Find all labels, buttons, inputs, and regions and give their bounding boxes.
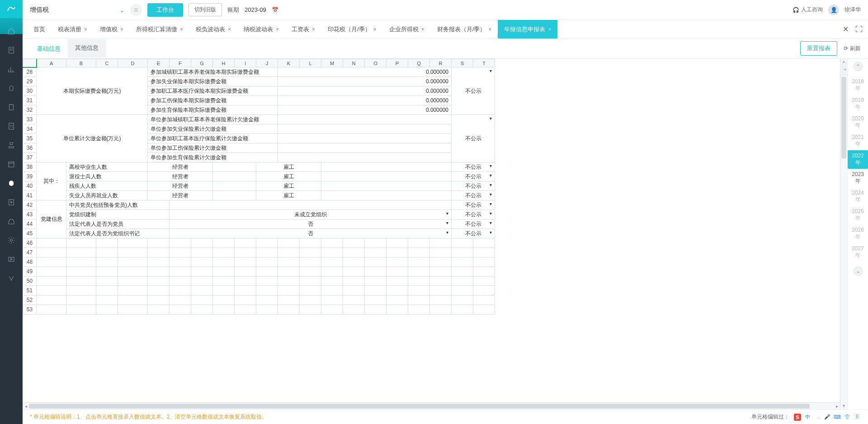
cell[interactable]: [191, 295, 213, 305]
cell[interactable]: 党建信息: [37, 200, 66, 238]
cell[interactable]: [37, 238, 66, 248]
cell[interactable]: [118, 257, 148, 267]
year-item-2027年[interactable]: 2027年: [848, 243, 868, 262]
row-header-41[interactable]: 41: [23, 191, 37, 200]
cell[interactable]: [235, 286, 256, 295]
cell[interactable]: [96, 295, 118, 305]
tab-close-icon[interactable]: ×: [180, 26, 183, 33]
cell[interactable]: [66, 286, 96, 295]
close-tabs-icon[interactable]: ✕: [839, 23, 852, 36]
cell[interactable]: [278, 305, 300, 314]
cell[interactable]: [321, 172, 452, 181]
cell[interactable]: [408, 238, 430, 248]
cell[interactable]: [118, 276, 148, 286]
cell[interactable]: [66, 238, 96, 248]
col-header-S[interactable]: S: [452, 59, 473, 67]
cell[interactable]: [278, 115, 452, 124]
cell[interactable]: [387, 295, 408, 305]
hscroll-thumb[interactable]: [29, 404, 810, 409]
tab-close-icon[interactable]: ×: [276, 26, 279, 33]
cell[interactable]: [321, 191, 452, 200]
row-header-52[interactable]: 52: [23, 295, 37, 305]
nav-export-icon[interactable]: [6, 197, 16, 207]
tab-close-icon[interactable]: ×: [312, 26, 315, 33]
col-header-N[interactable]: N: [343, 59, 365, 67]
cell[interactable]: [213, 162, 256, 172]
tab-close-icon[interactable]: ×: [548, 26, 551, 33]
cell[interactable]: [365, 295, 387, 305]
year-item-2025年[interactable]: 2025年: [848, 206, 868, 224]
row-header-30[interactable]: 30: [23, 86, 37, 96]
cell[interactable]: [278, 134, 452, 143]
year-down-button[interactable]: ⌄: [853, 266, 863, 276]
cell[interactable]: [118, 267, 148, 276]
col-header-C[interactable]: C: [96, 59, 118, 67]
cell[interactable]: [452, 295, 473, 305]
cell[interactable]: 雇工: [256, 172, 321, 181]
workbench-button[interactable]: 工作台: [147, 3, 183, 17]
cell[interactable]: [452, 257, 473, 267]
cell[interactable]: [365, 276, 387, 286]
cell[interactable]: 党组织建制: [66, 210, 170, 219]
cell[interactable]: [37, 257, 66, 267]
cell[interactable]: [321, 267, 343, 276]
cell[interactable]: 不公示: [452, 115, 495, 162]
cell[interactable]: [473, 295, 495, 305]
cell[interactable]: 雇工: [256, 162, 321, 172]
cell[interactable]: [213, 286, 235, 295]
cell[interactable]: [170, 248, 191, 257]
cell[interactable]: [430, 286, 452, 295]
cell[interactable]: [191, 276, 213, 286]
col-header-F[interactable]: F: [170, 59, 191, 67]
cell[interactable]: [235, 238, 256, 248]
cell[interactable]: [170, 276, 191, 286]
cell[interactable]: 不公示: [452, 67, 495, 115]
row-header-48[interactable]: 48: [23, 257, 37, 267]
cell[interactable]: [170, 200, 452, 210]
vertical-scrollbar[interactable]: ▴ ▾: [840, 59, 847, 410]
cell[interactable]: 单位参加生育保险累计欠缴金额: [148, 153, 278, 162]
cell[interactable]: [387, 286, 408, 295]
cell[interactable]: [170, 238, 191, 248]
cell[interactable]: [408, 295, 430, 305]
cell[interactable]: [148, 286, 170, 295]
cell[interactable]: [170, 257, 191, 267]
cell[interactable]: 雇工: [256, 191, 321, 200]
tab-close-icon[interactable]: ×: [421, 26, 425, 33]
cell[interactable]: 单位参加失业保险累计欠缴金额: [148, 124, 278, 134]
cell[interactable]: [300, 267, 321, 276]
cell[interactable]: [365, 248, 387, 257]
cell[interactable]: [365, 238, 387, 248]
col-header-O[interactable]: O: [365, 59, 387, 67]
col-header-D[interactable]: D: [118, 59, 148, 67]
row-header-35[interactable]: 35: [23, 134, 37, 143]
cell[interactable]: [408, 286, 430, 295]
row-header-32[interactable]: 32: [23, 105, 37, 115]
cell[interactable]: [235, 267, 256, 276]
sheet-corner[interactable]: [23, 59, 37, 67]
nav-home-icon[interactable]: [6, 26, 16, 36]
cell[interactable]: [278, 286, 300, 295]
cell[interactable]: [473, 286, 495, 295]
cell[interactable]: [235, 276, 256, 286]
expand-tabs-icon[interactable]: ⛶: [853, 23, 865, 36]
row-header-46[interactable]: 46: [23, 238, 37, 248]
cell[interactable]: 不公示: [452, 210, 495, 219]
tab-close-icon[interactable]: ×: [120, 26, 123, 33]
cell[interactable]: [66, 276, 96, 286]
cell[interactable]: [96, 286, 118, 295]
row-header-40[interactable]: 40: [23, 181, 37, 191]
row-header-37[interactable]: 37: [23, 153, 37, 162]
cell[interactable]: [235, 257, 256, 267]
tab-close-icon[interactable]: ×: [373, 26, 377, 33]
cell[interactable]: [387, 267, 408, 276]
cell[interactable]: 中共党员(包括预备党员)人数: [66, 200, 170, 210]
cell[interactable]: [118, 295, 148, 305]
row-header-28[interactable]: 28: [23, 67, 37, 77]
cell[interactable]: [148, 248, 170, 257]
cell[interactable]: [452, 305, 473, 314]
cell[interactable]: [473, 248, 495, 257]
nav-v-icon[interactable]: [6, 273, 16, 283]
cell[interactable]: [37, 286, 66, 295]
cell[interactable]: [118, 305, 148, 314]
